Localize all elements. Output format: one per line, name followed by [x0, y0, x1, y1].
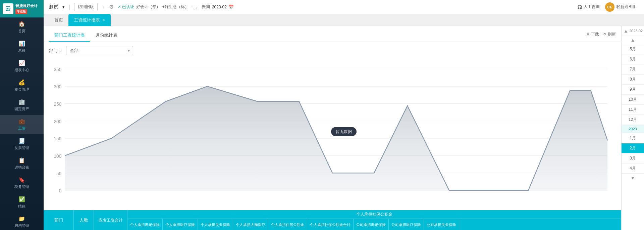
date-item-may[interactable]: 5月 [622, 44, 644, 54]
topbar-title: 测试 [49, 4, 58, 10]
sub-tab-dept[interactable]: 部门工资统计表 [49, 30, 90, 42]
th-personal-pension: 个人承担养老保险 [127, 219, 163, 230]
date-item-oct[interactable]: 10月 [622, 95, 644, 105]
sub-tab-actions: ⬇ 下载 ↻ 刷新 [586, 32, 616, 40]
sidebar-nav: 🏠 首页 📊 总账 📈 报表中心 💰 资金管理 🏢 固定资产 💼 工资 🧾 发票… [0, 17, 44, 230]
sidebar: 云 畅捷通好会计 专业版 🏠 首页 📊 总账 📈 报表中心 💰 资金管理 🏢 固… [0, 0, 44, 230]
th-group-title: 个人承担社保公积金 [127, 210, 621, 219]
date-down-button[interactable]: ▼ [622, 174, 644, 182]
date-item-sep[interactable]: 9月 [622, 85, 644, 95]
sidebar-item-archive[interactable]: 📁 归档管理 [0, 212, 44, 230]
sidebar-item-home[interactable]: 🏠 首页 [0, 17, 44, 37]
logo-icon: 云 [3, 3, 13, 14]
th-company-pension: 公司承担养老保险 [354, 219, 389, 230]
avatar: CE [605, 2, 614, 12]
svg-text:250: 250 [54, 101, 61, 107]
sidebar-label-close: 结账 [18, 204, 25, 209]
svg-text:100: 100 [54, 153, 61, 159]
topbar-right: 🎧 人工咨询 CE 轻捷通B组... [577, 2, 639, 12]
no-data-tooltip: 暂无数据 [331, 127, 357, 136]
sub-tab-monthly-label: 月份统计表 [96, 33, 117, 38]
topbar-gear-icon[interactable]: ⚙ [109, 4, 114, 10]
right-date-panel: ▲ 2023.02 ▲ 5月 6月 7月 8月 9月 10月 11月 12月 2… [621, 26, 644, 230]
filter-bar: 部门： 全部 销售部 财务部 行政部 技术部 ▾ [44, 42, 621, 59]
sidebar-item-funds[interactable]: 💰 资金管理 [0, 76, 44, 95]
refresh-button[interactable]: ↻ 刷新 [603, 32, 616, 37]
date-panel-header: ▲ 2023.02 [622, 26, 644, 36]
dept-filter-select[interactable]: 全部 销售部 财务部 行政部 技术部 [66, 46, 133, 55]
table-section: 部门 人数 应发工资合计 个人承担社保公积金 个人承担养老保险 个人承担医疗保险… [44, 210, 621, 230]
sidebar-label-home: 首页 [18, 29, 25, 34]
filter-dept-label: 部门： [49, 48, 62, 54]
user-service-button[interactable]: 🎧 人工咨询 [577, 4, 600, 10]
th-personal-medical: 个人承担医疗保险 [163, 219, 198, 230]
date-item-apr[interactable]: 4月 [622, 164, 644, 174]
sidebar-item-sales[interactable]: 📋 进销台账 [0, 154, 44, 173]
page-content: 部门工资统计表 月份统计表 ⬇ 下载 ↻ 刷新 [44, 26, 621, 230]
date-prev-button[interactable]: ▲ [623, 28, 629, 34]
download-label: 下载 [591, 32, 599, 37]
sales-icon: 📋 [18, 157, 25, 164]
topbar-status-badges: ✓ 已认证 好会计（专） +好生意（标） +… 账期 2023-02 📅 [118, 4, 234, 10]
avatar-initials: CE [607, 5, 612, 9]
th-company-medical: 公司承担医疗保险 [389, 219, 424, 230]
topbar-dropdown[interactable]: ▾ [62, 4, 65, 9]
sidebar-item-invoice[interactable]: 🧾 发票管理 [0, 134, 44, 154]
period-value: 2023-02 [212, 5, 227, 9]
tab-close-icon[interactable]: ✕ [102, 18, 105, 22]
th-personal-major-medical: 个人承担大额医疗 [233, 219, 268, 230]
sub-tab-monthly[interactable]: 月份统计表 [90, 30, 123, 42]
svg-text:200: 200 [54, 119, 61, 124]
switch-view-button[interactable]: 切到旧版 [74, 3, 98, 11]
date-item-jun[interactable]: 6月 [622, 54, 644, 64]
date-item-jul[interactable]: 7月 [622, 64, 644, 75]
th-dept: 部门 [44, 210, 74, 230]
tab-home-label: 首页 [54, 17, 63, 23]
sub-tab-dept-label: 部门工资统计表 [54, 33, 85, 38]
download-button[interactable]: ⬇ 下载 [586, 32, 599, 37]
date-item-dec[interactable]: 12月 [622, 115, 644, 125]
sidebar-label-invoice: 发票管理 [14, 145, 29, 150]
sidebar-item-ledger[interactable]: 📊 总账 [0, 37, 44, 56]
service-label: 人工咨询 [584, 4, 600, 10]
tab-salary-report[interactable]: 工资统计报表 ✕ [68, 14, 111, 26]
tab-home[interactable]: 首页 [49, 14, 68, 26]
date-item-feb[interactable]: 2月 [622, 143, 644, 153]
svg-text:300: 300 [54, 84, 61, 89]
svg-text:0: 0 [59, 188, 62, 193]
period-label: 账期 [202, 4, 210, 10]
logo-text: 畅捷通好会计 专业版 [15, 3, 38, 14]
funds-icon: 💰 [18, 79, 25, 86]
calendar-icon[interactable]: 📅 [229, 5, 234, 9]
sidebar-item-tax[interactable]: 🔖 税务管理 [0, 173, 44, 193]
th-group-cells: 个人承担养老保险 个人承担医疗保险 个人承担失业保险 个人承担大额医疗 个人承担… [127, 219, 621, 230]
date-item-aug[interactable]: 8月 [622, 75, 644, 85]
date-year-2023: 2023 [622, 125, 644, 133]
date-item-mar[interactable]: 3月 [622, 153, 644, 164]
refresh-icon: ↻ [603, 32, 606, 37]
status-1: 好会计（专） [136, 4, 160, 10]
sidebar-item-reports[interactable]: 📈 报表中心 [0, 56, 44, 76]
tax-icon: 🔖 [18, 177, 25, 183]
sidebar-item-salary[interactable]: 💼 工资 [0, 115, 44, 134]
th-persons: 人数 [74, 210, 94, 230]
assets-icon: 🏢 [18, 99, 25, 105]
reports-icon: 📈 [18, 60, 25, 66]
sidebar-label-sales: 进销台账 [14, 165, 29, 170]
sidebar-item-assets[interactable]: 🏢 固定资产 [0, 95, 44, 115]
date-item-jan[interactable]: 1月 [622, 133, 644, 143]
username-label: 轻捷通B组... [616, 4, 639, 10]
date-up-button[interactable]: ▲ [622, 36, 644, 44]
sidebar-item-close[interactable]: ✅ 结账 [0, 193, 44, 212]
main-content: 测试 ▾ | 切到旧版 + ⚙ ✓ 已认证 好会计（专） +好生意（标） +… … [44, 0, 644, 230]
th-company-unemployment: 公司承担失业保险 [424, 219, 459, 230]
date-year-display: 2023.02 [629, 29, 643, 33]
sub-tabs: 部门工资统计表 月份统计表 ⬇ 下载 ↻ 刷新 [44, 26, 621, 42]
status-3: +… [191, 5, 197, 9]
th-personal-housing: 个人承担住房公积金 [268, 219, 307, 230]
sidebar-label-archive: 归档管理 [14, 223, 29, 228]
sidebar-label-salary: 工资 [18, 126, 25, 131]
svg-text:50: 50 [56, 171, 61, 176]
date-item-nov[interactable]: 11月 [622, 105, 644, 115]
user-info[interactable]: CE 轻捷通B组... [605, 2, 639, 12]
